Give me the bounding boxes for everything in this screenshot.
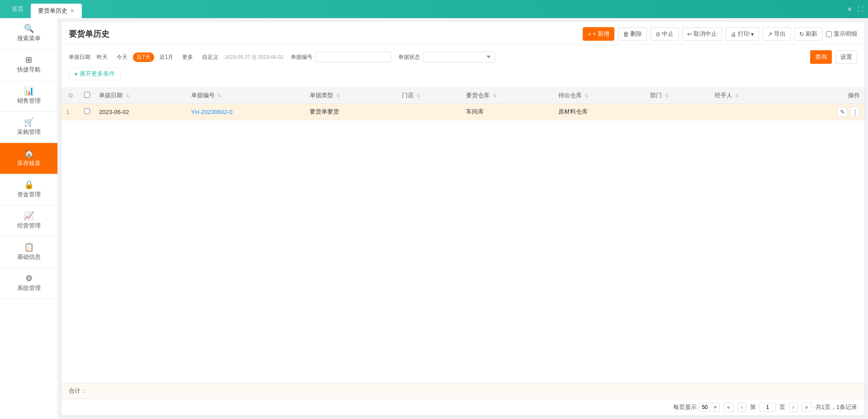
date-option-more[interactable]: 更多 <box>179 52 197 62</box>
data-table: ⚙ 单据日期 ⇅ 单据编号 ⇅ <box>61 88 864 120</box>
chevron-down-icon: ▾ <box>75 71 78 77</box>
refresh-icon: ↻ <box>799 31 804 38</box>
page-label: 第 <box>750 403 756 411</box>
page-container: 要货单历史 + + 新增 🗑 删除 ⊘ 中止 ↩ <box>61 22 864 415</box>
main-layout: 🔍 搜索菜单 ⊞ 快捷导航 📊 销售管理 🛒 采购管理 🏠 库存核算 🔒 资金管… <box>0 18 868 419</box>
display-detail-checkbox-group: 显示明细 <box>826 30 857 38</box>
date-option-today[interactable]: 今天 <box>113 52 131 62</box>
more-action-icon[interactable]: ⋮ <box>850 107 860 117</box>
col-doc-type[interactable]: 单据类型 ⇅ <box>305 88 397 104</box>
gear-icon: ⚙ <box>25 274 33 282</box>
sidebar-item-operations[interactable]: 📈 经营管理 <box>0 205 57 237</box>
sort-icon-7: ⇅ <box>665 93 669 98</box>
sidebar-item-quick-nav[interactable]: ⊞ 快捷导航 <box>0 49 57 81</box>
sidebar-item-search-menu[interactable]: 🔍 搜索菜单 <box>0 18 57 49</box>
top-bar: 首页 要货单历史 ✕ ✕ ⛶ <box>0 0 868 18</box>
stop-button[interactable]: ⊘ 中止 <box>651 27 679 41</box>
sidebar-item-purchase[interactable]: 🛒 采购管理 <box>0 112 57 143</box>
display-detail-checkbox[interactable] <box>826 31 832 37</box>
date-option-1month[interactable]: 近1月 <box>156 52 177 62</box>
tab-bar: 首页 要货单历史 ✕ <box>5 0 847 18</box>
col-checkbox-header[interactable] <box>80 88 94 104</box>
sort-icon-3: ⇅ <box>336 93 340 98</box>
filter-doc-no-label: 单据编号 <box>291 53 312 61</box>
display-detail-label[interactable]: 显示明细 <box>834 30 857 38</box>
row-store <box>397 104 462 120</box>
next-page-button[interactable]: › <box>789 403 798 412</box>
stop-icon: ⊘ <box>656 31 660 38</box>
filter-doc-status-label: 单据状态 <box>398 53 420 61</box>
col-doc-date[interactable]: 单据日期 ⇅ <box>94 88 187 104</box>
ops-icon: 📈 <box>24 212 34 220</box>
settings-button[interactable]: 设置 <box>835 50 857 64</box>
date-option-yesterday[interactable]: 昨天 <box>93 52 111 62</box>
pagination: 每页显示 50 10 20 100 « ‹ 第 页 › » 共1页，1条记录 <box>61 399 864 415</box>
sort-icon-5: ⇅ <box>493 93 496 98</box>
grid-icon: ⊞ <box>25 56 32 64</box>
sidebar-item-finance[interactable]: 🔒 资金管理 <box>0 174 57 205</box>
col-settings[interactable]: ⚙ <box>61 88 80 104</box>
top-bar-right: ✕ ⛶ <box>847 6 863 13</box>
row-dept <box>646 104 710 120</box>
sidebar-item-system[interactable]: ⚙ 系统管理 <box>0 268 57 299</box>
export-button[interactable]: ↗ 导出 <box>763 27 791 41</box>
prev-page-button[interactable]: ‹ <box>737 403 746 412</box>
current-page-input[interactable] <box>760 403 776 412</box>
toolbar: + + 新增 🗑 删除 ⊘ 中止 ↩ 取消中止 <box>583 27 857 41</box>
tab-requisition-history[interactable]: 要货单历史 ✕ <box>31 4 82 18</box>
plus-icon: + <box>588 31 591 38</box>
search-icon: 🔍 <box>24 24 34 33</box>
col-dept[interactable]: 部门 ⇅ <box>646 88 710 104</box>
col-req-warehouse[interactable]: 要货仓库 ⇅ <box>462 88 554 104</box>
expand-conditions-button[interactable]: ▾ 展开更多条件 <box>69 67 121 80</box>
filter-doc-status-select[interactable] <box>423 52 495 62</box>
window-resize-icon[interactable]: ⛶ <box>858 6 863 13</box>
table-footer: 合计： <box>61 383 864 399</box>
date-option-7days[interactable]: 近7天 <box>133 52 154 62</box>
row-doc-date: 2023-06-02 <box>94 104 187 120</box>
row-pending-warehouse: 原材料仓库 <box>554 104 646 120</box>
window-close-icon[interactable]: ✕ <box>847 6 852 13</box>
delete-button[interactable]: 🗑 删除 <box>618 27 647 41</box>
row-req-warehouse: 车间库 <box>462 104 554 120</box>
row-checkbox-cell[interactable] <box>80 104 94 120</box>
col-handler[interactable]: 经手人 ⇅ <box>710 88 788 104</box>
delete-icon: 🗑 <box>623 31 629 38</box>
print-icon: 🖨 <box>731 31 736 38</box>
row-doc-no[interactable]: YH-20230602-0 <box>187 104 306 120</box>
sidebar-item-inventory[interactable]: 🏠 库存核算 <box>0 143 57 174</box>
cancel-stop-icon: ↩ <box>687 31 692 38</box>
doc-no-link[interactable]: YH-20230602-0 <box>191 109 233 115</box>
lock-icon: 🔒 <box>24 181 34 189</box>
print-button[interactable]: 🖨 打印 ▾ <box>726 27 759 41</box>
refresh-button[interactable]: ↻ 刷新 <box>794 27 822 41</box>
home-icon: 🏠 <box>24 149 34 157</box>
first-page-button[interactable]: « <box>723 403 734 412</box>
settings-icon[interactable]: ⚙ <box>68 92 74 99</box>
sort-icon-4: ⇅ <box>416 93 420 98</box>
sidebar: 🔍 搜索菜单 ⊞ 快捷导航 📊 销售管理 🛒 采购管理 🏠 库存核算 🔒 资金管… <box>0 18 58 419</box>
last-page-button[interactable]: » <box>802 403 812 412</box>
total-label: 合计： <box>69 387 86 395</box>
cancel-stop-button[interactable]: ↩ 取消中止 <box>682 27 722 41</box>
new-button[interactable]: + + 新增 <box>583 27 614 41</box>
select-all-checkbox[interactable] <box>84 92 90 98</box>
row-checkbox[interactable] <box>84 108 90 114</box>
col-store[interactable]: 门店 ⇅ <box>397 88 462 104</box>
query-button[interactable]: 查询 <box>810 50 832 64</box>
date-option-custom[interactable]: 自定义 <box>198 52 222 62</box>
col-pending-warehouse[interactable]: 待出仓库 ⇅ <box>554 88 646 104</box>
per-page-label: 每页显示 <box>673 403 697 411</box>
filter-doc-no-input[interactable] <box>315 52 391 62</box>
col-doc-no[interactable]: 单据编号 ⇅ <box>187 88 306 104</box>
page-size-select[interactable]: 50 10 20 100 <box>698 403 720 412</box>
filter-row-1: 单据日期 昨天 今天 近7天 近1月 更多 自定义 2023-05-27 至 2… <box>69 50 857 64</box>
filter-section: 单据日期 昨天 今天 近7天 近1月 更多 自定义 2023-05-27 至 2… <box>61 45 864 88</box>
filter-doc-no-group: 单据编号 <box>291 52 391 62</box>
tab-close-icon[interactable]: ✕ <box>70 8 75 14</box>
page-suffix: 页 <box>779 403 785 411</box>
sidebar-item-sales[interactable]: 📊 销售管理 <box>0 81 57 112</box>
tab-home[interactable]: 首页 <box>5 0 31 18</box>
sidebar-item-basic-info[interactable]: 📋 基础信息 <box>0 237 57 268</box>
edit-action-icon[interactable]: ✎ <box>837 107 847 117</box>
